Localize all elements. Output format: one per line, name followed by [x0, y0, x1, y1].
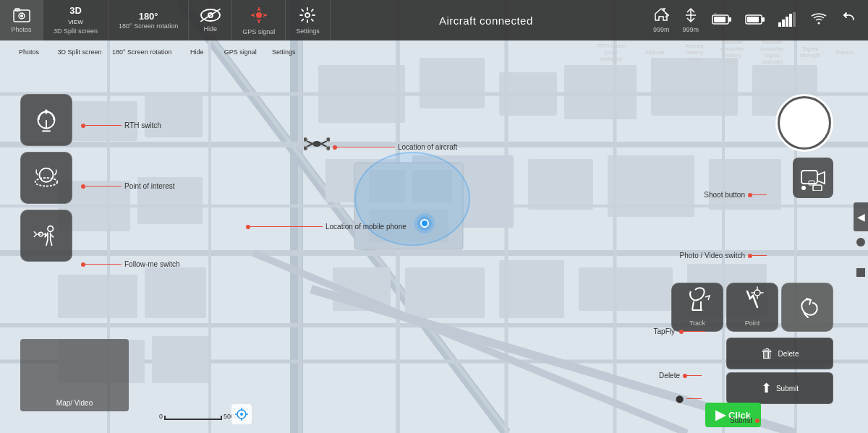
svg-rect-22 [499, 260, 564, 318]
submit-label: Submit [776, 385, 799, 393]
upload-icon: ⬆ [761, 380, 772, 396]
signal-strength-status[interactable] [804, 10, 833, 31]
tapfly-return-button[interactable] [781, 283, 833, 332]
180-rotation-label: 180° Screen rotation [119, 22, 178, 30]
return-icon [841, 12, 856, 30]
delete-button[interactable]: 🗑 Delete [726, 338, 833, 369]
svg-rect-76 [728, 17, 731, 22]
aircraft-battery-status[interactable] [706, 10, 738, 31]
rc-signal-status[interactable] [773, 9, 803, 32]
svg-rect-18 [608, 155, 694, 217]
hide-sublabel: Hide [175, 48, 218, 56]
right-square-control[interactable] [856, 268, 865, 277]
aircraft-battery-icon [712, 13, 732, 28]
click-arrow-icon: ▶ [715, 407, 726, 423]
svg-point-95 [801, 186, 806, 190]
locate-button[interactable] [231, 404, 252, 424]
photos-button[interactable]: Photos [0, 0, 43, 40]
map-video-label: Map/ Video [56, 399, 93, 407]
svg-rect-21 [405, 267, 485, 318]
track-label: Track [689, 320, 705, 327]
rth-switch-annotation: RTH switch [81, 121, 164, 129]
tapfly-annotation: TapFly [654, 327, 705, 335]
altitude-icon [683, 7, 699, 25]
location-dot [414, 213, 435, 233]
photos-icon [13, 8, 30, 25]
svg-point-65 [256, 12, 262, 18]
svg-rect-83 [786, 17, 788, 27]
settings-button[interactable]: Settings [286, 0, 331, 40]
submit-near-click: Submit [730, 416, 760, 424]
altitude-value: 999m [682, 26, 699, 33]
point-button[interactable]: Point [726, 283, 778, 332]
rth-distance-status[interactable]: 999m [647, 4, 676, 36]
rc-battery-icon [745, 13, 765, 28]
shoot-button-annotation: Shoot button [701, 191, 767, 199]
track-button[interactable]: Track [671, 283, 723, 332]
follow-me-button[interactable] [20, 210, 72, 262]
svg-rect-17 [528, 159, 593, 210]
rc-signal-icon [778, 12, 797, 29]
signal-sublabel: Signalstrength [792, 46, 828, 59]
svg-rect-84 [789, 14, 792, 27]
svg-rect-94 [809, 181, 814, 185]
3d-split-button[interactable]: 3DVIEW 3D Split screen [43, 0, 109, 40]
location-radius-area [354, 152, 470, 246]
tapfly-return-icon [793, 294, 821, 327]
rc-battery-status[interactable] [739, 10, 771, 31]
drone-location-icon [304, 134, 330, 160]
settings-label: Settings [296, 27, 320, 35]
shoot-button[interactable] [775, 94, 833, 152]
hide-label: Hide [203, 25, 217, 33]
svg-point-99 [240, 413, 243, 416]
wifi-icon [810, 13, 827, 28]
rth-home-icon [653, 7, 669, 25]
aircraft-location-annotation: Location of aircraft [333, 143, 460, 151]
svg-rect-30 [145, 267, 206, 318]
follow-me-annotation: Follow-me switch [81, 260, 183, 268]
tapfly-row: Track Point [671, 283, 833, 332]
right-panel-toggle[interactable]: ◀ [854, 202, 868, 231]
submit-button[interactable]: ⬆ Submit [726, 372, 833, 404]
svg-rect-79 [762, 17, 765, 22]
svg-rect-85 [793, 12, 796, 27]
map-video-thumbnail[interactable]: Map/ Video [20, 339, 129, 411]
gps-signal-icon [250, 6, 268, 27]
svg-point-48 [312, 141, 321, 147]
3d-split-sublabel: 3D Split screen [51, 48, 109, 56]
rth-distance-value: 999m [653, 26, 670, 33]
bottom-right-controls: Track Point [671, 283, 833, 404]
left-panel [20, 94, 72, 262]
right-panel [775, 94, 833, 198]
gps-signal-label: GPS signal [242, 28, 275, 35]
gps-sublabel: GPS signal [218, 48, 262, 56]
return-button[interactable] [835, 9, 862, 33]
photo-video-switch[interactable] [793, 158, 833, 198]
aircraft-connected-label: Aircraft connected [439, 14, 533, 27]
photos-sublabel: Photos [7, 48, 51, 56]
photos-label: Photos [11, 26, 31, 33]
settings-icon [299, 7, 316, 26]
svg-rect-10 [420, 58, 485, 108]
point-label: Point [745, 320, 760, 327]
rth-switch-button[interactable] [20, 94, 72, 146]
svg-point-70 [305, 13, 310, 17]
svg-rect-80 [747, 17, 759, 22]
svg-point-54 [326, 137, 330, 142]
trash-icon: 🗑 [761, 346, 774, 361]
altitude-status[interactable]: 999m [676, 4, 705, 36]
submit-row: ⬆ Submit [671, 372, 833, 404]
point-of-interest-button[interactable] [20, 152, 72, 204]
svg-rect-26 [145, 94, 203, 137]
hide-button[interactable]: Hide [189, 0, 232, 40]
aircraft-batt-sublabel: Aircraftbatterylevel [676, 43, 712, 62]
scale-zero: 0 [159, 413, 163, 420]
photo-video-annotation: Photo / Video switch [677, 252, 767, 260]
svg-point-56 [326, 146, 330, 150]
svg-point-53 [304, 137, 307, 142]
rc-signal-sublabel: Remotecontrollersignalstrength [752, 39, 792, 65]
return-sublabel: Return [828, 49, 861, 56]
gps-signal-button[interactable]: GPS signal [232, 0, 286, 40]
180-rotation-button[interactable]: 180° 180° Screen rotation [109, 0, 189, 40]
svg-rect-29 [58, 275, 137, 318]
